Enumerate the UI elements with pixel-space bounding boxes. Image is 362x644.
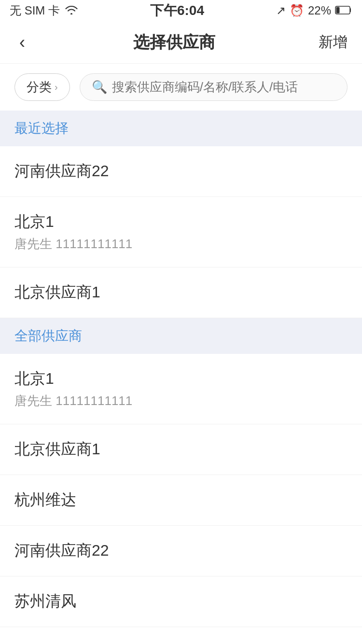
item-name: 北京供应商1 xyxy=(14,282,348,303)
list-item[interactable]: 北京1唐先生 11111111111 xyxy=(0,354,362,424)
item-name: 北京1 xyxy=(14,368,348,390)
item-name: 河南供应商22 xyxy=(14,540,348,561)
list-item[interactable]: 河南供应商22 xyxy=(0,526,362,576)
section-header-all: 全部供应商 xyxy=(0,318,362,354)
search-icon: 🔍 xyxy=(92,80,107,95)
section-header-recent: 最近选择 xyxy=(0,111,362,146)
search-input[interactable] xyxy=(112,80,335,95)
item-name: 杭州维达 xyxy=(14,490,348,511)
page-title: 选择供应商 xyxy=(133,31,215,54)
section-header-text-all: 全部供应商 xyxy=(14,328,82,343)
nav-bar: ‹ 选择供应商 新增 xyxy=(0,21,362,64)
svg-rect-1 xyxy=(336,7,339,14)
filter-bar: 分类 › 🔍 xyxy=(0,64,362,111)
sim-label: 无 SIM 卡 xyxy=(10,3,60,18)
item-name: 苏州清风 xyxy=(14,591,348,612)
add-button[interactable]: 新增 xyxy=(319,32,348,52)
battery-label: 22% xyxy=(308,4,331,17)
item-name: 北京1 xyxy=(14,211,348,233)
alarm-icon: ⏰ xyxy=(290,4,304,17)
list-item[interactable]: 河南供应商22 xyxy=(0,146,362,197)
list-item[interactable]: 北京供应商1 xyxy=(0,424,362,475)
status-bar: 无 SIM 卡 下午6:04 ↗ ⏰ 22% xyxy=(0,0,362,21)
section-header-text-recent: 最近选择 xyxy=(14,121,69,136)
status-right: ↗ ⏰ 22% xyxy=(276,4,352,17)
supplier-list: 最近选择河南供应商22北京1唐先生 11111111111北京供应商1全部供应商… xyxy=(0,111,362,627)
status-time: 下午6:04 xyxy=(150,1,204,20)
list-item[interactable]: 北京1唐先生 11111111111 xyxy=(0,197,362,267)
location-icon: ↗ xyxy=(276,4,286,17)
chevron-right-icon: › xyxy=(55,82,58,93)
item-sub: 唐先生 11111111111 xyxy=(14,392,348,409)
status-left: 无 SIM 卡 xyxy=(10,3,78,18)
list-item[interactable]: 杭州维达 xyxy=(0,475,362,526)
search-box[interactable]: 🔍 xyxy=(80,73,348,101)
item-name: 河南供应商22 xyxy=(14,161,348,182)
back-button[interactable]: ‹ xyxy=(14,28,30,57)
category-label: 分类 xyxy=(27,79,52,96)
list-item[interactable]: 苏州清风 xyxy=(0,576,362,627)
category-filter[interactable]: 分类 › xyxy=(14,73,70,101)
wifi-icon xyxy=(65,4,78,17)
item-name: 北京供应商1 xyxy=(14,439,348,460)
battery-icon xyxy=(335,4,352,17)
list-item[interactable]: 北京供应商1 xyxy=(0,267,362,318)
item-sub: 唐先生 11111111111 xyxy=(14,236,348,252)
